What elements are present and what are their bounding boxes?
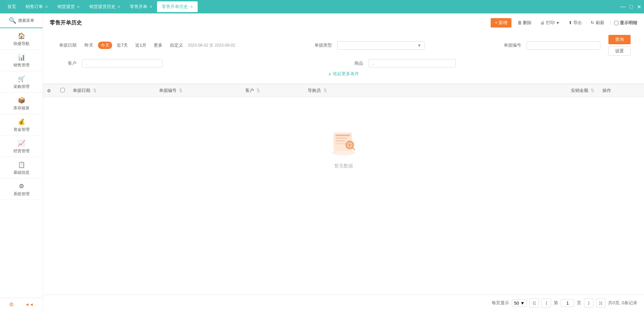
tab-sales-return-history-label: 销货退货历史: [89, 4, 115, 10]
window-minimize[interactable]: —: [620, 4, 626, 10]
toolbar: + 新增 🗑 删除 🖨 打印 ▼ ⬆ 导出 ↻ 刷新: [491, 18, 637, 28]
tab-retail-open-history-close[interactable]: ✕: [190, 5, 193, 9]
th-guide: 导购员 ⇅: [304, 84, 378, 97]
settings-icon[interactable]: ⚙: [47, 88, 51, 93]
display-detail-label: 显示明细: [620, 20, 637, 26]
filter-bar: 单据日期 昨天 今天 近7天 近1月 更多 自定义 2023-06-02 至 2…: [50, 32, 637, 84]
export-button[interactable]: ⬆ 导出: [566, 18, 585, 27]
refresh-button[interactable]: ↻ 刷新: [588, 18, 607, 27]
th-number-sort[interactable]: ⇅: [179, 88, 183, 93]
th-customer-sort[interactable]: ⇅: [256, 88, 260, 93]
th-amount-label: 实销金额: [571, 88, 588, 93]
query-button[interactable]: 查询: [608, 35, 631, 44]
tab-sales-order-label: 销售订单: [26, 4, 43, 10]
sidebar-system-label: 系统管理: [13, 191, 30, 197]
tab-sales-order[interactable]: 销售订单 ✕: [21, 1, 53, 12]
sidebar-operation-label: 经营管理: [13, 148, 30, 154]
display-detail-checkbox[interactable]: 显示明细: [614, 20, 637, 26]
page-first-btn[interactable]: ⟨⟨: [530, 298, 539, 308]
number-filter-input[interactable]: [527, 41, 600, 50]
collapse-button[interactable]: ∧ 收起更多条件: [56, 71, 631, 77]
sidebar-quick-nav-label: 快捷导航: [13, 41, 30, 47]
collapse-label: 收起更多条件: [333, 71, 359, 77]
tab-sales-return-history[interactable]: 销货退货历史 ✕: [85, 1, 125, 12]
th-date-sort[interactable]: ⇅: [93, 88, 97, 93]
sidebar-item-basic-info[interactable]: 📋 基础信息: [0, 157, 43, 178]
date-options: 昨天 今天 近7天 近1月 更多 自定义 2023-06-02 至 2023-0…: [82, 42, 235, 49]
add-button[interactable]: + 新增: [491, 18, 511, 28]
print-dropdown-icon[interactable]: ▼: [556, 21, 560, 25]
main-layout: 🔍 搜索采单 🏠 快捷导航 📊 销售管理 🛒 采购管理 📦 库存核算 💰 资金管…: [0, 13, 644, 311]
th-amount-sort[interactable]: ⇅: [591, 88, 594, 93]
th-guide-sort[interactable]: ⇅: [324, 88, 327, 93]
sidebar-item-purchase-mgmt[interactable]: 🛒 采购管理: [0, 71, 43, 93]
window-close[interactable]: ✕: [637, 4, 641, 10]
print-button[interactable]: 🖨 打印 ▼: [538, 18, 562, 27]
number-filter-label: 单据编号: [501, 42, 521, 48]
date-filter-label: 单据日期: [56, 42, 77, 48]
date-last-month[interactable]: 近1月: [133, 42, 149, 49]
date-more[interactable]: 更多: [151, 42, 165, 49]
delete-button[interactable]: 🗑 删除: [515, 18, 535, 27]
th-action-label: 操作: [602, 88, 611, 93]
display-detail-input[interactable]: [614, 21, 618, 25]
sidebar-item-operation[interactable]: 📈 经营管理: [0, 136, 43, 157]
table-header-row: ⚙ 单据日期 ⇅ 单据编号 ⇅: [43, 84, 644, 97]
tab-sales-return-close[interactable]: ✕: [77, 5, 80, 9]
date-last7[interactable]: 近7天: [114, 42, 131, 49]
trend-icon: 📈: [18, 140, 25, 147]
date-custom[interactable]: 自定义: [167, 42, 186, 49]
tab-retail-open[interactable]: 零售开单 ✕: [125, 1, 157, 12]
goods-select[interactable]: ...: [368, 59, 456, 67]
date-today[interactable]: 今天: [98, 42, 112, 49]
sidebar-item-system[interactable]: ⚙ 系统管理: [0, 178, 43, 200]
page-last-btn[interactable]: ⟩⟩: [596, 298, 605, 308]
th-number: 单据编号 ⇅: [155, 84, 241, 97]
empty-text: 暂无数据: [334, 163, 353, 169]
svg-rect-5: [336, 143, 346, 144]
tab-sales-return[interactable]: 销货退货 ✕: [53, 1, 85, 12]
tab-home[interactable]: 首页: [3, 1, 21, 12]
empty-illustration: [327, 124, 360, 158]
tab-sales-return-history-close[interactable]: ✕: [117, 5, 120, 9]
per-page-select[interactable]: 50 ▼: [512, 299, 527, 307]
sidebar-collapse-btn[interactable]: ◄◄: [25, 302, 34, 307]
svg-rect-3: [336, 138, 347, 139]
sidebar-item-inventory[interactable]: 📦 库存核算: [0, 93, 43, 114]
page-next-btn[interactable]: ⟩: [584, 298, 593, 308]
tab-retail-open-label: 零售开单: [130, 4, 147, 10]
sidebar-item-finance[interactable]: 💰 资金管理: [0, 114, 43, 136]
tab-retail-open-history-label: 零售开单历史: [162, 4, 188, 10]
query-label: 查询: [615, 37, 624, 43]
refresh-label: ↻ 刷新: [591, 20, 604, 26]
sidebar-item-quick-nav[interactable]: 🏠 快捷导航: [0, 28, 43, 50]
type-filter-select[interactable]: ▼: [337, 41, 425, 50]
settings-button[interactable]: 设置: [608, 46, 631, 56]
sidebar-search-label: 搜索采单: [18, 18, 34, 23]
select-all-checkbox[interactable]: [60, 88, 65, 92]
customer-select[interactable]: ...: [82, 59, 162, 67]
sidebar-item-search[interactable]: 🔍 搜索采单: [0, 13, 43, 28]
chart-icon: 📊: [18, 54, 25, 61]
sidebar-basic-info-label: 基础信息: [13, 170, 30, 175]
tab-retail-open-history[interactable]: 零售开单历史 ✕: [157, 1, 198, 12]
sidebar-bottom: ⚙ ◄◄: [0, 298, 43, 311]
table-container: ⚙ 单据日期 ⇅ 单据编号 ⇅: [43, 84, 644, 295]
th-checkbox[interactable]: [56, 84, 69, 97]
date-yesterday[interactable]: 昨天: [82, 42, 96, 49]
page-input[interactable]: [561, 299, 574, 307]
page-header: 零售开单历史 + 新增 🗑 删除 🖨 打印 ▼ ⬆ 导出: [43, 13, 644, 84]
th-settings[interactable]: ⚙: [43, 84, 56, 97]
page-label: 第: [554, 300, 558, 306]
export-label: ⬆ 导出: [568, 20, 582, 26]
tab-sales-order-close[interactable]: ✕: [45, 5, 48, 9]
sidebar-item-sales-mgmt[interactable]: 📊 销售管理: [0, 50, 43, 71]
th-number-label: 单据编号: [159, 88, 177, 93]
tab-retail-open-close[interactable]: ✕: [149, 5, 152, 9]
svg-rect-4: [336, 140, 345, 142]
window-maximize[interactable]: □: [630, 4, 633, 10]
th-customer-label: 客户: [245, 88, 254, 93]
sidebar-finance-label: 资金管理: [13, 127, 30, 133]
page-prev-btn[interactable]: ⟨: [542, 298, 551, 308]
sidebar-settings-btn[interactable]: ⚙: [9, 301, 14, 308]
